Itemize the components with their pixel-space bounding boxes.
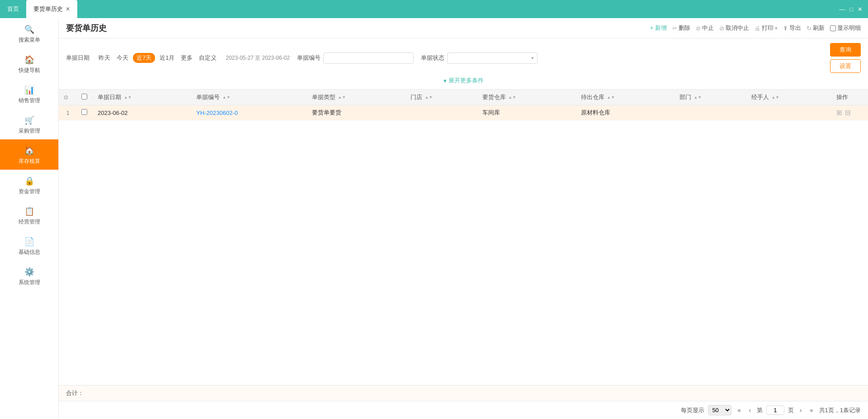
- delete-button[interactable]: ✂ 删除: [672, 24, 690, 32]
- date-tab-1month[interactable]: 近1月: [158, 53, 176, 63]
- sort-icon[interactable]: ▲▼: [338, 95, 346, 100]
- display-detail-checkbox[interactable]: [830, 25, 836, 31]
- cancel-stop-button-label: 取消中止: [726, 24, 749, 32]
- sidebar-item-finance-label: 资金管理: [19, 188, 40, 195]
- tab-close-icon[interactable]: ✕: [66, 6, 70, 12]
- export-button-label: 导出: [789, 24, 801, 32]
- window-minimize[interactable]: —: [839, 6, 845, 13]
- tab-requisition-label: 要货单历史: [33, 5, 63, 13]
- row-handler: [747, 105, 832, 120]
- col-doc-type: 单据类型 ▲▼: [307, 90, 406, 105]
- toolbar: + 新增 ✂ 删除 ⊘ 中止 ⊘ 取消中止 🖨 打印 ▾: [650, 24, 861, 32]
- print-button[interactable]: 🖨 打印 ▾: [755, 24, 778, 32]
- status-label: 单据状态: [421, 54, 444, 62]
- window-close[interactable]: ✕: [858, 6, 863, 13]
- date-tab-7days[interactable]: 近7天: [133, 53, 155, 63]
- footer-summary: 合计：: [59, 385, 868, 401]
- sort-icon[interactable]: ▲▼: [222, 95, 231, 100]
- sidebar-item-purchase-label: 采购管理: [19, 127, 40, 135]
- prev-page-button[interactable]: ‹: [747, 406, 753, 414]
- page-header: 要货单历史 + 新增 ✂ 删除 ⊘ 中止 ⊘ 取消中止 🖨: [59, 18, 868, 38]
- next-page-button[interactable]: ›: [797, 406, 804, 414]
- system-icon: ⚙️: [24, 267, 34, 277]
- sidebar-item-system[interactable]: ⚙️ 系统管理: [0, 261, 58, 291]
- per-page-select[interactable]: 10 20 50 100: [708, 405, 731, 415]
- page-suffix: 页: [788, 406, 794, 414]
- sidebar-item-sales[interactable]: 📊 销售管理: [0, 79, 58, 109]
- col-store: 门店 ▲▼: [406, 90, 478, 105]
- col-doc-date: 单据日期 ▲▼: [93, 90, 192, 105]
- row-doc-no[interactable]: YH-20230602-0: [192, 105, 307, 120]
- row-doc-type: 要货单要货: [307, 105, 406, 120]
- doc-no-input[interactable]: [323, 52, 414, 64]
- row-actions: ⊞ ⊟: [832, 105, 868, 120]
- sidebar-item-quick-nav-label: 快捷导航: [19, 67, 40, 74]
- last-page-button[interactable]: »: [807, 406, 815, 414]
- refresh-button[interactable]: ↻ 刷新: [807, 24, 825, 32]
- date-tab-custom[interactable]: 自定义: [197, 53, 218, 63]
- date-tab-today[interactable]: 今天: [115, 53, 130, 63]
- stop-button[interactable]: ⊘ 中止: [696, 24, 714, 32]
- date-tab-yesterday[interactable]: 昨天: [97, 53, 112, 63]
- export-button[interactable]: ⬆ 导出: [783, 24, 801, 32]
- sort-icon[interactable]: ▲▼: [508, 95, 516, 100]
- sort-icon[interactable]: ▲▼: [771, 95, 779, 100]
- tab-requisition-history[interactable]: 要货单历史 ✕: [26, 0, 77, 18]
- date-tabs: 昨天 今天 近7天 近1月 更多 自定义: [97, 53, 218, 63]
- sidebar-item-purchase[interactable]: 🛒 采购管理: [0, 109, 58, 139]
- print-button-label: 打印: [762, 24, 774, 32]
- sidebar-item-quick-nav[interactable]: 🏠 快捷导航: [0, 48, 58, 79]
- sidebar-item-basic-info-label: 基础信息: [19, 248, 40, 256]
- sales-icon: 📊: [24, 85, 34, 95]
- status-select[interactable]: [447, 52, 538, 64]
- cancel-stop-button[interactable]: ⊘ 取消中止: [719, 24, 749, 32]
- new-button[interactable]: + 新增: [650, 24, 667, 32]
- first-page-button[interactable]: «: [735, 406, 743, 414]
- filter-row: 单据日期 昨天 今天 近7天 近1月 更多 自定义 2023-05-27 至 2…: [66, 43, 861, 73]
- sidebar-item-inventory[interactable]: 🏠 库存核算: [0, 139, 58, 170]
- sidebar-item-basic-info[interactable]: 📄 基础信息: [0, 230, 58, 261]
- sidebar-item-search-menu[interactable]: 🔍 搜索菜单: [0, 18, 58, 48]
- tab-home[interactable]: 首页: [0, 0, 26, 18]
- search-menu-icon: 🔍: [24, 24, 34, 34]
- window-maximize[interactable]: □: [849, 6, 853, 13]
- query-button[interactable]: 查询: [830, 43, 861, 57]
- sort-icon[interactable]: ▲▼: [607, 95, 615, 100]
- row-select-checkbox[interactable]: [81, 109, 87, 115]
- sort-icon[interactable]: ▲▼: [425, 95, 433, 100]
- delete-button-label: 删除: [679, 24, 690, 32]
- expand-more-label: 展开更多条件: [448, 76, 484, 85]
- sidebar-item-finance[interactable]: 🔒 资金管理: [0, 170, 58, 200]
- col-department: 部门 ▲▼: [675, 90, 747, 105]
- display-detail-label: 显示明细: [837, 24, 861, 32]
- sort-icon[interactable]: ▲▼: [124, 95, 132, 100]
- table-settings-icon[interactable]: ⚙: [63, 94, 69, 101]
- sidebar-item-search-menu-label: 搜索菜单: [19, 36, 40, 44]
- date-tab-more[interactable]: 更多: [179, 53, 194, 63]
- table-header-row: ⚙ 单据日期 ▲▼ 单据编号 ▲▼: [59, 90, 868, 105]
- col-actions: 操作: [832, 90, 868, 105]
- data-table: ⚙ 单据日期 ▲▼ 单据编号 ▲▼: [59, 90, 868, 120]
- doc-no-link[interactable]: YH-20230602-0: [196, 110, 238, 116]
- select-all-checkbox[interactable]: [81, 94, 87, 100]
- row-department: [675, 105, 747, 120]
- tab-home-label: 首页: [7, 5, 19, 13]
- page-number-input[interactable]: [766, 405, 784, 415]
- row-doc-date: 2023-06-02: [93, 105, 192, 120]
- sort-icon[interactable]: ▲▼: [693, 95, 702, 100]
- sidebar-item-inventory-label: 库存核算: [19, 157, 40, 165]
- row-num: 1: [59, 105, 77, 120]
- top-bar: 首页 要货单历史 ✕ — □ ✕: [0, 0, 868, 18]
- finance-icon: 🔒: [24, 176, 34, 186]
- display-detail-toggle[interactable]: 显示明细: [830, 24, 861, 32]
- col-checkbox: [77, 90, 93, 105]
- refresh-button-label: 刷新: [813, 24, 825, 32]
- expand-more-conditions[interactable]: ▾ 展开更多条件: [66, 76, 861, 85]
- home-icon: 🏠: [24, 55, 34, 65]
- sidebar-item-operations[interactable]: 📋 经营管理: [0, 200, 58, 230]
- delete-row-icon[interactable]: ⊟: [845, 109, 851, 117]
- edit-icon[interactable]: ⊞: [836, 109, 842, 117]
- chevron-down-icon: ▾: [443, 77, 447, 84]
- settings-button[interactable]: 设置: [830, 59, 861, 73]
- filter-actions: 查询 设置: [830, 43, 861, 73]
